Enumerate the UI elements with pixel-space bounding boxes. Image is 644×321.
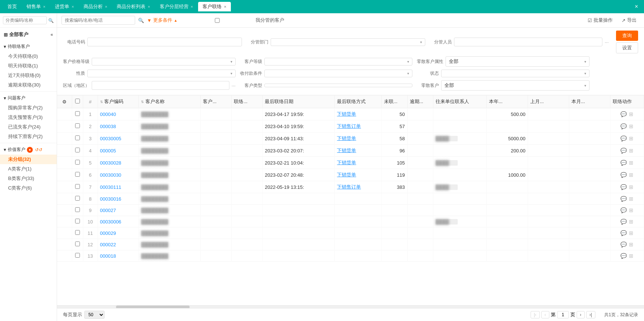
cell-code[interactable]: 00030028 <box>98 157 139 169</box>
query-button[interactable]: 查询 <box>616 31 638 41</box>
row-checkbox[interactable] <box>75 123 80 128</box>
sidebar-item-declining[interactable]: 持续下滑客户(2) <box>0 132 57 141</box>
cell-code[interactable]: 00030016 <box>98 193 139 205</box>
qr-action-icon[interactable]: ⊞ <box>629 241 633 247</box>
collapse-icon[interactable]: « <box>50 32 53 37</box>
sidebar-item-churned[interactable]: 已流失客户(24) <box>0 122 57 132</box>
sidebar-item-tomorrow[interactable]: 明天待联络(1) <box>0 61 57 71</box>
last-method-link[interactable]: 下销售订单 <box>337 123 361 129</box>
sidebar-group-value-customers[interactable]: 价值客户 ● ↺ <box>0 145 57 155</box>
manager-dots[interactable]: ··· <box>605 39 609 45</box>
region-dots[interactable]: ··· <box>232 83 236 88</box>
region-input[interactable] <box>92 81 229 90</box>
cell-code[interactable]: 00030030 <box>98 169 139 181</box>
row-checkbox[interactable] <box>75 184 80 189</box>
col-settings[interactable]: ⚙ <box>57 95 72 108</box>
last-method-link[interactable]: 下销货单 <box>337 160 356 165</box>
chat-action-icon[interactable]: 💬 <box>620 241 627 247</box>
sidebar-item-7days[interactable]: 近7天待联络(0) <box>0 71 57 80</box>
qr-action-icon[interactable]: ⊞ <box>629 172 633 178</box>
row-checkbox[interactable] <box>75 253 80 258</box>
sidebar-item-abnormal-hoarding[interactable]: 囤购异常客户(2) <box>0 103 57 113</box>
retail-customer-select[interactable]: 全部 ▾ <box>441 80 590 91</box>
settings-icon[interactable]: ⚙ <box>62 99 67 105</box>
page-size-select[interactable]: 50 20 100 <box>84 311 105 319</box>
sidebar-item-class-b[interactable]: B类客户(33) <box>0 174 57 183</box>
chat-action-icon[interactable]: 💬 <box>620 148 627 154</box>
retail-attr-select[interactable]: 全部 ▾ <box>446 56 590 67</box>
sidebar-item-churn-warning[interactable]: 流失预警客户(3) <box>0 113 57 122</box>
cell-code[interactable]: 000027 <box>98 205 139 216</box>
my-customers-check[interactable] <box>180 18 254 23</box>
cell-code[interactable]: 000040 <box>98 108 139 120</box>
tab-product-analysis[interactable]: 商品分析 × <box>79 2 112 11</box>
prev-page-button[interactable]: ‹ <box>541 311 549 318</box>
qr-action-icon[interactable]: ⊞ <box>629 160 633 166</box>
row-checkbox[interactable] <box>75 241 80 246</box>
chat-action-icon[interactable]: 💬 <box>620 207 627 213</box>
col-code-header[interactable]: ⇅ 客户编码 <box>98 95 139 108</box>
chat-action-icon[interactable]: 💬 <box>620 172 627 178</box>
close-tab-customer-contact[interactable]: × <box>224 4 226 9</box>
batch-operations-button[interactable]: ☑ 批量操作 <box>585 15 616 25</box>
tab-home[interactable]: 首页 <box>3 2 21 11</box>
close-tab-purchase[interactable]: × <box>71 4 74 9</box>
cell-code[interactable]: 000005 <box>98 145 139 157</box>
cell-code[interactable]: 000022 <box>98 239 139 250</box>
search-icon[interactable]: 🔍 <box>138 18 144 23</box>
first-page-button[interactable]: |‹ <box>531 311 540 318</box>
sidebar-search-icon[interactable] <box>48 18 54 23</box>
dept-select[interactable]: ▾ <box>271 38 425 46</box>
price-level-select[interactable]: ▾ <box>92 58 236 66</box>
row-checkbox[interactable] <box>75 219 80 223</box>
chat-action-icon[interactable]: 💬 <box>620 230 627 236</box>
tab-purchase[interactable]: 进货单 × <box>50 2 78 11</box>
refresh-icon[interactable]: ↺ <box>35 147 42 152</box>
table-scrollbar[interactable] <box>57 305 644 308</box>
page-input[interactable] <box>557 311 569 318</box>
manager-input[interactable] <box>454 38 602 46</box>
qr-action-icon[interactable]: ⊞ <box>629 148 633 154</box>
sidebar-item-today[interactable]: 今天待联络(0) <box>0 52 57 61</box>
cell-code[interactable]: 000018 <box>98 250 139 262</box>
close-tab-product-analysis-list[interactable]: × <box>148 4 150 9</box>
close-tab-customer-segmentation[interactable]: × <box>191 4 193 9</box>
qr-action-icon[interactable]: ⊞ <box>629 253 633 259</box>
chat-action-icon[interactable]: 💬 <box>620 196 627 202</box>
last-method-link[interactable]: 下销货单 <box>337 135 356 141</box>
qr-action-icon[interactable]: ⊞ <box>629 135 633 141</box>
qr-action-icon[interactable]: ⊞ <box>629 219 633 225</box>
sidebar-all-customers-header[interactable]: 全部客户 « <box>0 29 57 40</box>
chat-action-icon[interactable]: 💬 <box>620 253 627 259</box>
qr-action-icon[interactable]: ⊞ <box>629 196 633 202</box>
cell-code[interactable]: 00030006 <box>98 216 139 227</box>
last-method-link[interactable]: 下销货单 <box>337 111 356 117</box>
payment-terms-select[interactable]: ▾ <box>264 70 413 77</box>
cell-code[interactable]: 00030005 <box>98 133 139 145</box>
chat-action-icon[interactable]: 💬 <box>620 160 627 166</box>
search-input[interactable] <box>61 16 135 25</box>
close-tab-product-analysis[interactable]: × <box>105 4 107 9</box>
chat-action-icon[interactable]: 💬 <box>620 111 627 117</box>
customer-level-select[interactable]: ▾ <box>264 58 413 66</box>
qr-action-icon[interactable]: ⊞ <box>629 123 633 129</box>
qr-action-icon[interactable]: ⊞ <box>629 111 633 117</box>
export-button[interactable]: ↗ 导出 <box>619 15 640 25</box>
close-tab-sales[interactable]: × <box>43 4 45 9</box>
row-checkbox[interactable] <box>75 160 80 165</box>
chat-action-icon[interactable]: 💬 <box>620 123 627 129</box>
tab-sales[interactable]: 销售单 × <box>22 2 50 11</box>
chat-action-icon[interactable]: 💬 <box>620 135 627 141</box>
select-all-checkbox[interactable] <box>75 99 80 103</box>
chat-action-icon[interactable]: 💬 <box>620 219 627 225</box>
qr-action-icon[interactable]: ⊞ <box>629 207 633 213</box>
row-checkbox[interactable] <box>75 148 80 152</box>
phone-input[interactable] <box>87 38 242 46</box>
nature-select[interactable]: ▾ <box>87 70 236 77</box>
sidebar-search-input[interactable] <box>3 16 47 24</box>
col-name-header[interactable]: ⇅ 客户名称 <box>139 95 201 108</box>
last-method-link[interactable]: 下销售订单 <box>337 184 361 190</box>
sidebar-group-problem-customers[interactable]: 问题客户 <box>0 93 57 103</box>
sidebar-item-class-c[interactable]: C类客户(6) <box>0 183 57 193</box>
tab-product-analysis-list[interactable]: 商品分析列表 × <box>112 2 154 11</box>
